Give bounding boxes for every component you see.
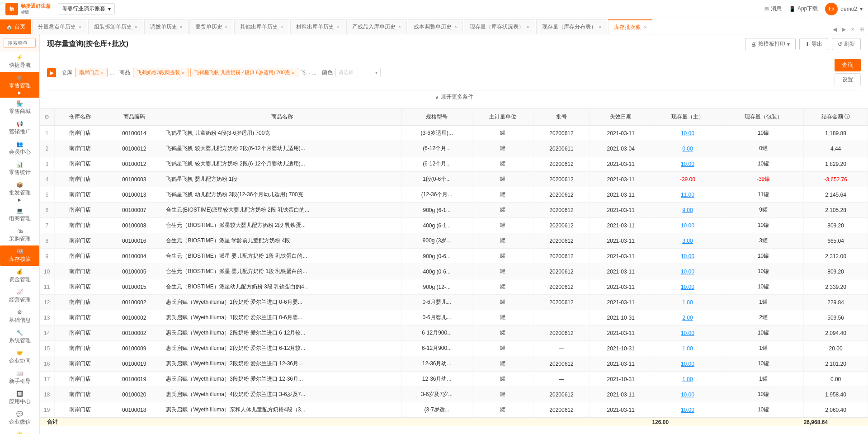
product-tag-1[interactable]: 飞鹤奶粉3段两提装 × bbox=[133, 68, 189, 77]
row-qty-main[interactable]: 10.00 bbox=[652, 156, 723, 172]
close-yaohuo-icon[interactable]: × bbox=[225, 24, 228, 29]
table-settings-icon[interactable]: ⚙ bbox=[44, 114, 49, 120]
row-qty-main[interactable]: 10.00 bbox=[652, 218, 723, 233]
tab-home[interactable]: 🏠 首页 bbox=[0, 19, 31, 34]
row-qty-main[interactable]: 10.00 bbox=[652, 249, 723, 264]
product-more[interactable]: 飞... bbox=[300, 69, 310, 76]
tab-material-out[interactable]: 材料出库单历史 × bbox=[290, 19, 345, 34]
row-qty-main[interactable]: 0.00 bbox=[652, 141, 723, 156]
warehouse-more[interactable]: ... bbox=[109, 70, 114, 76]
row-qty-main[interactable]: 10.00 bbox=[652, 356, 723, 372]
row-index: 5 bbox=[40, 187, 54, 203]
remove-warehouse-tag-icon[interactable]: × bbox=[101, 70, 104, 75]
close-other-out-icon[interactable]: × bbox=[281, 24, 283, 29]
sidebar-item-cooperation[interactable]: 🤝 企业协同 bbox=[0, 347, 39, 368]
sidebar-item-mall[interactable]: 🏪 零售商城 bbox=[0, 98, 39, 118]
row-amount: 509.56 bbox=[804, 310, 868, 326]
expand-filter-button[interactable]: ▶ bbox=[47, 68, 56, 77]
tab-cost-adj[interactable]: 成本调整单历史 × bbox=[408, 19, 463, 34]
nav-more-icon[interactable]: ⊞ bbox=[857, 25, 866, 34]
settings-button[interactable]: 设置 bbox=[835, 73, 861, 86]
sidebar-item-member2[interactable]: 🌟 畅会员 bbox=[0, 429, 39, 434]
tab-diaob[interactable]: 调拨单历史 × bbox=[144, 19, 189, 34]
search-input[interactable] bbox=[4, 38, 36, 48]
row-qty-main[interactable]: 9.00 bbox=[652, 203, 723, 218]
sidebar-item-wholesale[interactable]: 📦 批发管理 ▶ bbox=[0, 179, 39, 205]
tab-stock-status[interactable]: 现存量（库存状况表） × bbox=[464, 19, 535, 34]
row-qty-main[interactable]: 2.00 bbox=[652, 310, 723, 326]
export-button[interactable]: ⬇ 导出 bbox=[799, 38, 828, 50]
row-qty-main[interactable]: 1.00 bbox=[652, 341, 723, 356]
tab-fenpan[interactable]: 分量盘点单历史 × bbox=[32, 19, 87, 34]
row-qty-main[interactable]: 10.00 bbox=[652, 126, 723, 141]
tab-yaohuo[interactable]: 要货单历史 × bbox=[189, 19, 234, 34]
row-warehouse: 南岸门店 bbox=[54, 249, 106, 264]
sidebar-item-member[interactable]: 👥 会员中心 bbox=[0, 138, 39, 159]
close-cost-adj-icon[interactable]: × bbox=[454, 24, 457, 29]
user-area[interactable]: Ea demo2 ▾ bbox=[825, 3, 863, 15]
sidebar-item-quick-nav[interactable]: ⚡ 快捷导航 bbox=[0, 52, 39, 72]
member-icon: 👥 bbox=[16, 141, 23, 147]
refresh-button[interactable]: ↺ 刷新 bbox=[832, 38, 861, 50]
sidebar-item-system[interactable]: 🔧 系统管理 bbox=[0, 327, 39, 347]
sidebar-item-wechat[interactable]: 💬 企业微信 bbox=[0, 408, 39, 429]
query-button[interactable]: 查询 bbox=[835, 59, 861, 71]
row-qty-main[interactable]: 10.00 bbox=[652, 264, 723, 279]
product-more2[interactable]: ... bbox=[312, 70, 316, 76]
row-qty-main[interactable]: 1.00 bbox=[652, 295, 723, 310]
row-index: 15 bbox=[40, 341, 54, 356]
sidebar-item-apps[interactable]: 🔲 应用中心 bbox=[0, 388, 39, 408]
sidebar-item-guide[interactable]: 📖 新手引导 bbox=[0, 368, 39, 388]
print-button[interactable]: 🖨 按模板打印 ▾ bbox=[745, 38, 796, 50]
row-name: 惠氏启赋（Wyeth illuma）亲和人体儿童配方奶粉4段（3... bbox=[162, 402, 401, 418]
warehouse-tag-1[interactable]: 南岸门店 × bbox=[75, 68, 108, 77]
account-dropdown[interactable]: 母婴行业演示账套 ▾ bbox=[58, 3, 115, 14]
remove-product-tag-1-icon[interactable]: × bbox=[182, 70, 184, 75]
close-zuzhuang-icon[interactable]: × bbox=[135, 24, 137, 29]
sidebar-item-finance[interactable]: 💰 资金管理 bbox=[0, 266, 39, 286]
sidebar-item-retail[interactable]: 🛒 零售管理 ▶ bbox=[0, 72, 39, 98]
row-qty-main[interactable]: -39.00 bbox=[652, 172, 723, 187]
sidebar-item-operation[interactable]: 📈 经营管理 bbox=[0, 286, 39, 307]
close-product-in-icon[interactable]: × bbox=[398, 24, 401, 29]
row-qty-main[interactable]: 10.00 bbox=[652, 387, 723, 402]
sidebar-item-ecommerce[interactable]: 💻 电商管理 bbox=[0, 205, 39, 225]
nav-next-icon[interactable]: ▶ bbox=[839, 25, 848, 34]
product-tag-2[interactable]: 飞鹤星飞帆 儿童奶粉 4段(3-6岁适用) 700克 × bbox=[190, 68, 298, 77]
sidebar-item-retail-stat[interactable]: 📊 零售统计 bbox=[0, 159, 39, 179]
row-qty-main[interactable]: 1.00 bbox=[652, 372, 723, 387]
sidebar-item-basic[interactable]: ⚙ 基础信息 bbox=[0, 307, 39, 327]
row-qty-main[interactable]: 10.00 bbox=[652, 402, 723, 418]
close-fenpan-icon[interactable]: × bbox=[79, 24, 81, 29]
sidebar-item-marketing[interactable]: 📢 营销推广 bbox=[0, 118, 39, 138]
tab-other-out[interactable]: 其他出库单历史 × bbox=[234, 19, 289, 34]
row-qty-main[interactable]: 3.00 bbox=[652, 233, 723, 249]
sidebar-item-purchase[interactable]: 🛍 采购管理 bbox=[0, 225, 39, 245]
tab-stock-dist[interactable]: 现存量（库存分布表） × bbox=[536, 19, 608, 34]
close-material-out-icon[interactable]: × bbox=[337, 24, 340, 29]
row-qty-main[interactable]: 10.00 bbox=[652, 279, 723, 295]
close-stock-status-icon[interactable]: × bbox=[527, 24, 529, 29]
filter-bar: ▶ 仓库 南岸门店 × ... 商品 bbox=[40, 54, 868, 108]
close-stock-batch-icon[interactable]: × bbox=[644, 25, 646, 30]
nav-close-all-icon[interactable]: × bbox=[848, 25, 857, 34]
product-filter-group: 商品 飞鹤奶粉3段两提装 × 飞鹤星飞帆 儿童奶粉 4段(3-6岁适用) 700… bbox=[119, 68, 316, 77]
remove-product-tag-2-icon[interactable]: × bbox=[292, 70, 294, 75]
row-index: 4 bbox=[40, 172, 54, 187]
color-filter-select[interactable]: 请选择 ▾ bbox=[335, 68, 381, 77]
row-qty-pkg: 0罐 bbox=[723, 141, 803, 156]
row-qty-main[interactable]: 10.00 bbox=[652, 326, 723, 341]
sidebar-item-inventory[interactable]: 🏭 库存核算 bbox=[0, 245, 39, 266]
nav-prev-icon[interactable]: ◀ bbox=[830, 25, 839, 34]
tab-stock-batch[interactable]: 库存批次账 × bbox=[608, 19, 652, 34]
expand-more-area[interactable]: ∨ 展开更多条件 bbox=[47, 90, 861, 104]
message-btn[interactable]: ✉ 消息 bbox=[764, 5, 782, 13]
tab-zuzhuang[interactable]: 组装拆卸单历史 × bbox=[88, 19, 143, 34]
app-download-btn[interactable]: 📱 App下载 bbox=[789, 5, 818, 13]
tab-product-in[interactable]: 产成品入库单历史 × bbox=[346, 19, 407, 34]
logo-subtitle: 标版 bbox=[21, 9, 51, 15]
col-code: 商品编码 bbox=[106, 108, 162, 126]
close-stock-dist-icon[interactable]: × bbox=[599, 24, 602, 29]
row-qty-main[interactable]: 11.00 bbox=[652, 187, 723, 203]
close-diaob-icon[interactable]: × bbox=[180, 24, 183, 29]
